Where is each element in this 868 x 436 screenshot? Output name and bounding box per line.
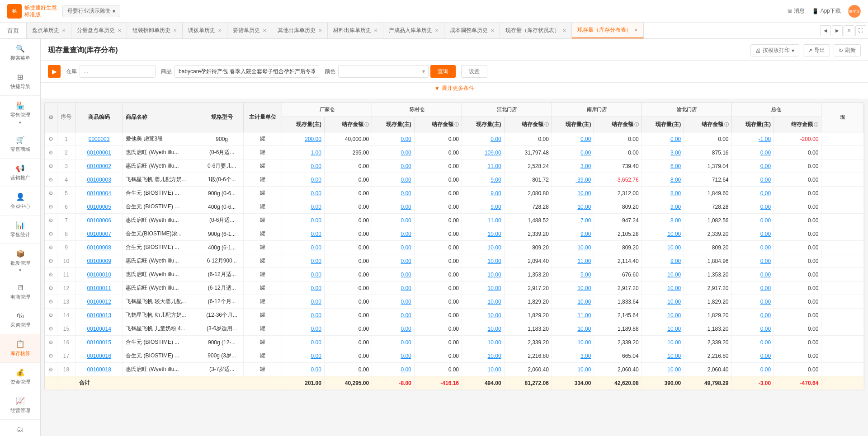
row-jiangbei-stock[interactable]: 10.00 [462, 227, 505, 241]
tab-item-1[interactable]: 分量盘点单历史 ✕ [71, 23, 127, 38]
row-chenxi-stock[interactable]: 0.00 [372, 309, 415, 322]
row-total-stock[interactable]: 0.00 [731, 241, 774, 254]
row-chenxi-stock[interactable]: 0.00 [372, 200, 415, 214]
row-code[interactable]: 00100014 [75, 322, 123, 336]
row-factory-stock[interactable]: 1.00 [282, 146, 325, 159]
row-gear[interactable]: ⚙ [45, 349, 57, 363]
search-button[interactable]: 查询 [430, 65, 456, 78]
row-gear[interactable]: ⚙ [45, 363, 57, 376]
user-area[interactable]: demo2 [848, 5, 861, 18]
row-nanan-stock[interactable]: 0.00 [552, 146, 594, 159]
row-jiangbei-stock[interactable]: 10.00 [462, 336, 505, 349]
export-btn[interactable]: ↗ 导出 [803, 44, 830, 56]
row-factory-stock[interactable]: 0.00 [282, 187, 325, 200]
row-nanan-stock[interactable]: 3.00 [552, 349, 594, 363]
row-factory-stock[interactable]: 0.00 [282, 254, 325, 268]
row-total-stock[interactable]: 0.00 [731, 309, 774, 322]
refresh-btn[interactable]: ↻ 刷新 [834, 44, 861, 56]
row-yuzhong-stock[interactable]: 10.00 [642, 227, 684, 241]
tab-home[interactable]: 首页 [0, 23, 27, 38]
tab-close-4[interactable]: ✕ [263, 28, 266, 33]
tab-item-9[interactable]: 现存量（库存状况表） ✕ [500, 23, 572, 38]
row-total-stock[interactable]: 0.00 [731, 159, 774, 173]
row-yuzhong-stock[interactable]: 3.00 [642, 146, 684, 159]
row-chenxi-stock[interactable]: 0.00 [372, 146, 415, 159]
sidebar-item-purchase[interactable]: 🛍 采购管理 [0, 306, 40, 334]
col-gear[interactable]: ⚙ [45, 103, 57, 132]
filter-toggle-btn[interactable]: ▶ [48, 65, 61, 78]
row-factory-stock[interactable]: 0.00 [282, 227, 325, 241]
sidebar-item-search[interactable]: 🔍 搜索英单 [0, 39, 40, 67]
row-total-stock[interactable]: 0.00 [731, 363, 774, 376]
row-factory-stock[interactable]: 0.00 [282, 173, 325, 187]
row-code[interactable]: 00100007 [75, 227, 123, 241]
row-nanan-stock[interactable]: 10.00 [552, 322, 594, 336]
sidebar-item-base-info[interactable]: 🗂 基础信息 [0, 420, 40, 436]
tab-item-5[interactable]: 其他出库单历史 ✕ [272, 23, 328, 38]
row-total-stock[interactable]: 0.00 [731, 200, 774, 214]
row-chenxi-stock[interactable]: 0.00 [372, 281, 415, 295]
row-code[interactable]: 00100010 [75, 268, 123, 281]
app-download-btn[interactable]: 📱 App下载 [812, 7, 841, 15]
tab-item-4[interactable]: 要货单历史 ✕ [227, 23, 272, 38]
row-jiangbei-stock[interactable]: 10.00 [462, 281, 505, 295]
row-code[interactable]: 0000003 [75, 132, 123, 146]
row-chenxi-stock[interactable]: 0.00 [372, 336, 415, 349]
row-code[interactable]: 00100009 [75, 254, 123, 268]
sidebar-item-wholesale[interactable]: 📦 批发管理 ▼ [0, 244, 40, 278]
tab-close-all-btn[interactable]: ✕ [844, 25, 854, 36]
tab-close-6[interactable]: ✕ [374, 28, 377, 33]
row-code[interactable]: 00100015 [75, 336, 123, 349]
row-total-stock[interactable]: 0.00 [731, 173, 774, 187]
row-total-stock[interactable]: 0.00 [731, 349, 774, 363]
row-nanan-stock[interactable]: 10.00 [552, 281, 594, 295]
row-gear[interactable]: ⚙ [45, 173, 57, 187]
row-gear[interactable]: ⚙ [45, 200, 57, 214]
row-chenxi-stock[interactable]: 0.00 [372, 295, 415, 309]
row-factory-stock[interactable]: 0.00 [282, 336, 325, 349]
row-factory-stock[interactable]: 0.00 [282, 241, 325, 254]
row-chenxi-stock[interactable]: 0.00 [372, 363, 415, 376]
sidebar-item-operations[interactable]: 📈 经营管理 [0, 391, 40, 420]
row-chenxi-stock[interactable]: 0.00 [372, 214, 415, 227]
row-jiangbei-stock[interactable]: 10.00 [462, 241, 505, 254]
row-yuzhong-stock[interactable]: 9.00 [642, 200, 684, 214]
row-factory-stock[interactable]: 0.00 [282, 214, 325, 227]
row-gear[interactable]: ⚙ [45, 336, 57, 349]
row-gear[interactable]: ⚙ [45, 254, 57, 268]
row-code[interactable]: 00100016 [75, 349, 123, 363]
row-chenxi-stock[interactable]: 0.00 [372, 322, 415, 336]
row-yuzhong-stock[interactable]: 10.00 [642, 268, 684, 281]
row-code[interactable]: 00100004 [75, 187, 123, 200]
row-gear[interactable]: ⚙ [45, 241, 57, 254]
row-code[interactable]: 00100002 [75, 159, 123, 173]
tab-close-1[interactable]: ✕ [118, 28, 121, 33]
row-jiangbei-stock[interactable]: 10.00 [462, 363, 505, 376]
industry-selector[interactable]: 母婴行业演示陈套 ▾ [62, 5, 120, 17]
row-gear[interactable]: ⚙ [45, 227, 57, 241]
row-jiangbei-stock[interactable]: 109.00 [462, 146, 505, 159]
row-chenxi-stock[interactable]: 0.00 [372, 268, 415, 281]
row-jiangbei-stock[interactable]: 10.00 [462, 309, 505, 322]
tab-close-8[interactable]: ✕ [491, 28, 494, 33]
row-factory-stock[interactable]: 0.00 [282, 349, 325, 363]
row-nanan-stock[interactable]: 10.00 [552, 363, 594, 376]
tab-item-6[interactable]: 材料出库单历史 ✕ [328, 23, 383, 38]
row-yuzhong-stock[interactable]: 10.00 [642, 281, 684, 295]
tab-close-5[interactable]: ✕ [318, 28, 322, 33]
row-gear[interactable]: ⚙ [45, 309, 57, 322]
row-factory-stock[interactable]: 0.00 [282, 295, 325, 309]
row-total-stock[interactable]: 0.00 [731, 146, 774, 159]
row-nanan-stock[interactable]: 10.00 [552, 187, 594, 200]
row-jiangbei-stock[interactable]: 9.00 [462, 200, 505, 214]
row-gear[interactable]: ⚙ [45, 132, 57, 146]
row-jiangbei-stock[interactable]: 10.00 [462, 268, 505, 281]
tab-close-3[interactable]: ✕ [218, 28, 222, 33]
row-code[interactable]: 00100005 [75, 200, 123, 214]
row-yuzhong-stock[interactable]: 8.00 [642, 187, 684, 200]
tab-close-2[interactable]: ✕ [173, 28, 177, 33]
row-chenxi-stock[interactable]: 0.00 [372, 159, 415, 173]
row-yuzhong-stock[interactable]: 10.00 [642, 349, 684, 363]
row-jiangbei-stock[interactable]: 11.00 [462, 214, 505, 227]
row-total-stock[interactable]: -1.00 [731, 132, 774, 146]
